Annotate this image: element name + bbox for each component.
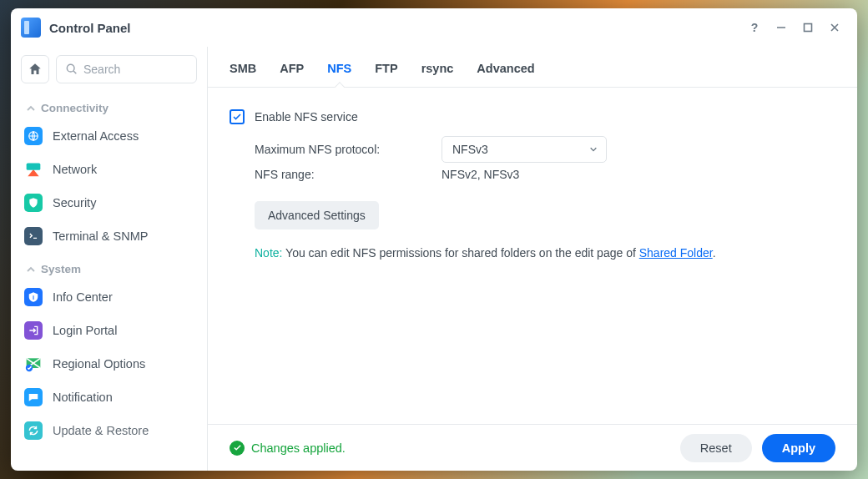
- note-text-before: You can edit NFS permissions for shared …: [282, 246, 638, 260]
- tab-nfs[interactable]: NFS: [327, 62, 351, 87]
- search-input[interactable]: [83, 63, 188, 76]
- svg-rect-3: [27, 164, 41, 170]
- max-protocol-select[interactable]: NFSv3: [442, 136, 607, 163]
- note-line: Note: You can edit NFS permissions for s…: [255, 246, 835, 260]
- sidebar: Connectivity External Access Network Sec…: [11, 47, 208, 471]
- tab-advanced[interactable]: Advanced: [477, 62, 534, 87]
- check-icon: [232, 112, 242, 122]
- minimize-button[interactable]: [770, 17, 792, 38]
- nfs-range-label: NFS range:: [255, 168, 442, 181]
- note-text-after: .: [713, 246, 716, 260]
- globe-icon: [24, 127, 43, 145]
- enable-nfs-label: Enable NFS service: [255, 110, 358, 124]
- sidebar-item-label: Regional Options: [53, 357, 145, 371]
- max-protocol-label: Maximum NFS protocol:: [255, 143, 442, 156]
- group-header-system[interactable]: System: [11, 253, 204, 280]
- note-label: Note:: [255, 246, 282, 260]
- chevron-up-icon: [26, 265, 36, 275]
- sidebar-item-info-center[interactable]: i Info Center: [11, 280, 204, 314]
- main: SMB AFP NFS FTP rsync Advanced Enable NF…: [208, 47, 857, 471]
- content: Enable NFS service Maximum NFS protocol:…: [208, 88, 857, 424]
- sidebar-item-label: Update & Restore: [53, 424, 149, 437]
- search-field[interactable]: [56, 55, 197, 83]
- shared-folder-link[interactable]: Shared Folder: [639, 246, 713, 260]
- sidebar-item-update-restore[interactable]: Update & Restore: [11, 414, 204, 447]
- sidebar-item-security[interactable]: Security: [11, 186, 204, 219]
- sidebar-item-label: Info Center: [53, 290, 113, 304]
- login-portal-icon: [24, 321, 43, 340]
- notification-icon: [24, 388, 43, 406]
- footer: Changes applied. Reset Apply: [208, 424, 857, 471]
- nfs-range-value: NFSv2, NFSv3: [442, 168, 519, 181]
- sidebar-item-label: Terminal & SNMP: [53, 229, 148, 243]
- svg-point-1: [67, 64, 74, 72]
- titlebar: Control Panel ?: [11, 8, 857, 47]
- sidebar-item-label: External Access: [53, 129, 139, 143]
- success-icon: [230, 441, 245, 456]
- home-icon: [28, 62, 43, 77]
- sidebar-item-login-portal[interactable]: Login Portal: [11, 314, 204, 347]
- sidebar-item-terminal-snmp[interactable]: Terminal & SNMP: [11, 219, 204, 253]
- regional-icon: [24, 355, 43, 373]
- tabbar: SMB AFP NFS FTP rsync Advanced: [208, 47, 857, 88]
- sidebar-item-notification[interactable]: Notification: [11, 381, 204, 414]
- maximize-button[interactable]: [797, 17, 819, 38]
- chevron-down-icon: [589, 143, 598, 156]
- home-button[interactable]: [21, 55, 49, 83]
- sidebar-item-label: Security: [53, 196, 96, 209]
- window: Control Panel ?: [11, 8, 857, 471]
- update-icon: [24, 421, 43, 440]
- sidebar-item-regional-options[interactable]: Regional Options: [11, 347, 204, 381]
- group-header-label: Connectivity: [41, 102, 108, 114]
- sidebar-item-network[interactable]: Network: [11, 153, 204, 186]
- sidebar-item-label: Login Portal: [53, 324, 117, 337]
- network-icon: [24, 160, 43, 179]
- close-icon: [830, 23, 840, 33]
- info-icon: i: [24, 288, 43, 306]
- minimize-icon: [776, 23, 786, 33]
- svg-rect-0: [805, 24, 812, 32]
- tab-ftp[interactable]: FTP: [375, 62, 397, 87]
- tab-rsync[interactable]: rsync: [421, 62, 454, 87]
- tab-afp[interactable]: AFP: [280, 62, 304, 87]
- reset-button[interactable]: Reset: [680, 434, 752, 462]
- advanced-settings-button[interactable]: Advanced Settings: [255, 201, 379, 229]
- sidebar-item-external-access[interactable]: External Access: [11, 119, 204, 153]
- group-header-label: System: [41, 263, 81, 275]
- status: Changes applied.: [230, 441, 346, 456]
- search-icon: [65, 63, 78, 76]
- maximize-icon: [803, 23, 813, 33]
- chevron-up-icon: [26, 103, 36, 113]
- sidebar-item-label: Network: [53, 163, 97, 176]
- enable-nfs-checkbox[interactable]: [230, 109, 245, 124]
- group-header-connectivity[interactable]: Connectivity: [11, 92, 204, 119]
- close-button[interactable]: [824, 17, 845, 38]
- max-protocol-value: NFSv3: [452, 143, 488, 156]
- window-title: Control Panel: [49, 21, 131, 35]
- shield-icon: [24, 194, 43, 212]
- svg-text:i: i: [33, 294, 34, 301]
- apply-button[interactable]: Apply: [762, 434, 835, 462]
- status-text: Changes applied.: [251, 441, 346, 455]
- tab-smb[interactable]: SMB: [230, 62, 256, 87]
- app-icon: [21, 18, 41, 38]
- sidebar-item-label: Notification: [53, 391, 113, 404]
- terminal-icon: [24, 227, 43, 245]
- sidebar-scroll[interactable]: Connectivity External Access Network Sec…: [11, 92, 207, 471]
- help-button[interactable]: ?: [744, 17, 765, 38]
